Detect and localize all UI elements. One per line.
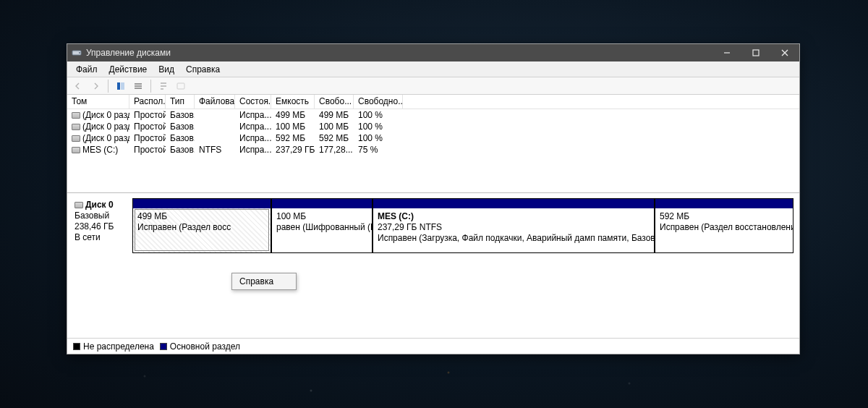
svg-rect-4 [121,82,124,90]
volume-row[interactable]: MES (C:)ПростойБазов...NTFSИспра...237,2… [67,144,799,156]
volume-list-header: Том Распол... Тип Файлова... Состоя... Е… [67,95,799,109]
primary-swatch [160,343,167,350]
svg-point-1 [79,52,80,54]
partition[interactable]: MES (C:)237,29 ГБ NTFSИсправен (Загрузка… [373,198,655,253]
toolbar [67,77,799,95]
disk-online: В сети [75,232,128,243]
properties-button [156,79,171,93]
col-free[interactable]: Свобо... [315,95,354,109]
legend-primary: Основной раздел [160,341,240,352]
close-button[interactable] [770,44,799,61]
menu-file[interactable]: Файл [70,63,103,76]
minimize-button[interactable] [712,44,741,61]
maximize-button[interactable] [741,44,770,61]
disk-partitions: 499 МБИсправен (Раздел восс100 МБравен (… [132,198,793,253]
volume-icon [72,124,80,130]
disk-type: Базовый [75,211,128,221]
svg-rect-3 [117,82,120,90]
volume-row[interactable]: (Диск 0 разде...ПростойБазов...Испра...5… [67,132,799,144]
help-toolbar-button [173,79,189,93]
disk-icon [75,202,83,208]
window-title: Управление дисками [86,48,712,58]
legend-unallocated: Не распределена [73,341,154,352]
volume-row[interactable]: (Диск 0 разде...ПростойБазов...Испра...4… [67,109,799,121]
nav-forward-button [88,79,103,93]
app-icon [72,48,82,58]
context-menu[interactable]: Справка [231,273,297,290]
menubar: Файл Действие Вид Справка [67,61,799,77]
nav-back-button [70,79,86,93]
menu-action[interactable]: Действие [103,63,153,76]
refresh-button[interactable] [113,79,129,93]
col-filesystem[interactable]: Файлова... [195,95,235,109]
legend: Не распределена Основной раздел [67,338,799,354]
col-layout[interactable]: Распол... [129,95,166,109]
toolbar-separator [108,80,109,93]
menu-view[interactable]: Вид [153,63,180,76]
volume-icon [72,135,80,142]
partition[interactable]: 100 МБравен (Шифрованный (П [271,198,373,253]
context-help-item[interactable]: Справка [232,273,296,289]
unallocated-swatch [73,343,80,350]
svg-rect-7 [135,88,142,89]
disk-management-window: Управление дисками Файл Действие Вид Спр… [67,43,800,354]
volume-list-pane[interactable]: Том Распол... Тип Файлова... Состоя... Е… [67,95,799,193]
svg-rect-2 [753,50,759,56]
view-list-button[interactable] [130,79,146,93]
partition[interactable]: 499 МБИсправен (Раздел восс [132,198,271,253]
toolbar-separator [150,80,151,93]
volume-icon [72,147,80,153]
col-freepct[interactable]: Свободно... [354,95,403,109]
disk-name: Диск 0 [85,200,114,210]
svg-rect-8 [177,83,184,89]
volume-row[interactable]: (Диск 0 разде...ПростойБазов...Испра...1… [67,121,799,132]
disk-size: 238,46 ГБ [75,221,128,232]
disk-row: Диск 0 Базовый 238,46 ГБ В сети 499 МБИс… [73,198,793,253]
svg-rect-5 [135,83,142,85]
window-buttons [712,44,799,61]
svg-rect-6 [135,85,142,87]
volume-icon [72,112,80,119]
partition[interactable]: 592 МБИсправен (Раздел восстановления) [655,198,793,253]
col-capacity[interactable]: Емкость [271,95,315,109]
col-type[interactable]: Тип [166,95,195,109]
disk-graphical-pane[interactable]: Диск 0 Базовый 238,46 ГБ В сети 499 МБИс… [67,193,799,354]
menu-help[interactable]: Справка [180,63,226,76]
titlebar[interactable]: Управление дисками [67,44,799,61]
col-status[interactable]: Состоя... [235,95,271,109]
disk-info[interactable]: Диск 0 Базовый 238,46 ГБ В сети [73,198,132,253]
col-volume[interactable]: Том [67,95,129,109]
